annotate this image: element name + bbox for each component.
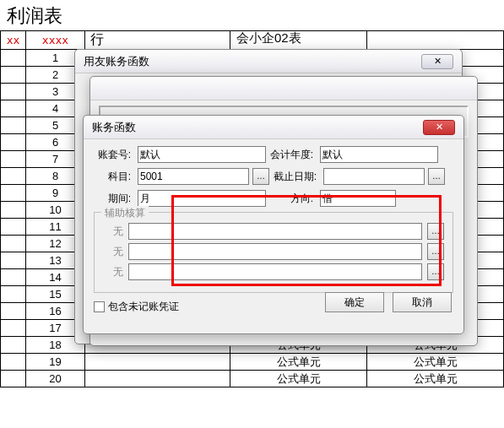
dialog-account-func: 账务函数 ✕ 账套号: 默认 会计年度: 默认 科目: … 截止日期: … 期间… bbox=[83, 115, 464, 334]
row-num bbox=[1, 219, 26, 236]
cancel-button[interactable]: 取消 bbox=[393, 292, 452, 312]
row-num bbox=[1, 286, 26, 303]
row-num bbox=[1, 371, 26, 387]
row-num bbox=[1, 202, 26, 219]
cutoff-browse-button[interactable]: … bbox=[428, 168, 445, 185]
row-num bbox=[1, 151, 26, 168]
close-icon[interactable]: ✕ bbox=[423, 120, 455, 135]
row-num bbox=[1, 168, 26, 185]
row-num bbox=[1, 269, 26, 286]
row-num bbox=[1, 50, 26, 67]
cell bbox=[85, 371, 230, 387]
subject-label: 科目: bbox=[94, 170, 134, 184]
cell-marker: xxxx bbox=[26, 31, 85, 50]
aux-legend: 辅助核算 bbox=[101, 206, 149, 220]
cell-marker: xx bbox=[1, 31, 26, 50]
row-num bbox=[1, 337, 26, 354]
row-num bbox=[1, 67, 26, 84]
aux-browse-3[interactable]: … bbox=[427, 263, 444, 280]
include-unposted-label: 包含未记账凭证 bbox=[108, 300, 179, 314]
direction-select[interactable]: 借 bbox=[320, 190, 396, 207]
cell bbox=[85, 354, 230, 371]
cutoff-input[interactable] bbox=[323, 168, 425, 185]
page-title: 利润表 bbox=[0, 0, 504, 32]
year-select[interactable]: 默认 bbox=[320, 146, 438, 163]
acct-set-label: 账套号: bbox=[94, 148, 134, 162]
row-num bbox=[1, 185, 26, 202]
dialog-title: 用友账务函数 bbox=[84, 50, 421, 73]
aux-input-2[interactable] bbox=[128, 243, 422, 260]
aux-label-2: 无 bbox=[103, 245, 123, 259]
period-label: 期间: bbox=[94, 192, 134, 206]
aux-group: 辅助核算 无 … 无 … 无 … bbox=[94, 212, 453, 293]
row-num bbox=[1, 84, 26, 100]
row-num bbox=[1, 236, 26, 252]
cell: 公式单元 bbox=[230, 371, 367, 387]
row-num bbox=[1, 303, 26, 320]
col-header bbox=[230, 31, 367, 50]
row-num bbox=[1, 134, 26, 151]
close-icon[interactable]: ✕ bbox=[421, 54, 453, 69]
row-num bbox=[1, 320, 26, 337]
row-num bbox=[1, 354, 26, 371]
acct-set-select[interactable]: 默认 bbox=[138, 146, 266, 163]
aux-label-1: 无 bbox=[103, 225, 123, 239]
ok-button[interactable]: 确定 bbox=[325, 292, 384, 312]
aux-label-3: 无 bbox=[103, 265, 123, 279]
dialog-title: 账务函数 bbox=[92, 116, 423, 139]
aux-input-3[interactable] bbox=[128, 263, 422, 280]
aux-browse-1[interactable]: … bbox=[427, 223, 444, 240]
cell: 公式单元 bbox=[367, 354, 504, 371]
row-num bbox=[1, 100, 26, 117]
cutoff-label: 截止日期: bbox=[273, 170, 320, 184]
row-num: 19 bbox=[26, 354, 85, 371]
direction-label: 方向: bbox=[269, 192, 317, 206]
row-num bbox=[1, 252, 26, 269]
col-header: 行 bbox=[85, 31, 230, 50]
year-label: 会计年度: bbox=[269, 148, 317, 162]
aux-browse-2[interactable]: … bbox=[427, 243, 444, 260]
cell: 公式单元 bbox=[367, 371, 504, 387]
subject-input[interactable] bbox=[138, 168, 249, 185]
include-unposted-checkbox[interactable] bbox=[94, 301, 105, 312]
row-num bbox=[1, 117, 26, 134]
cell: 公式单元 bbox=[230, 354, 367, 371]
subject-browse-button[interactable]: … bbox=[252, 168, 269, 185]
aux-input-1[interactable] bbox=[128, 223, 422, 240]
period-select[interactable]: 月 bbox=[138, 190, 266, 207]
col-header bbox=[367, 31, 504, 50]
row-num: 20 bbox=[26, 371, 85, 387]
